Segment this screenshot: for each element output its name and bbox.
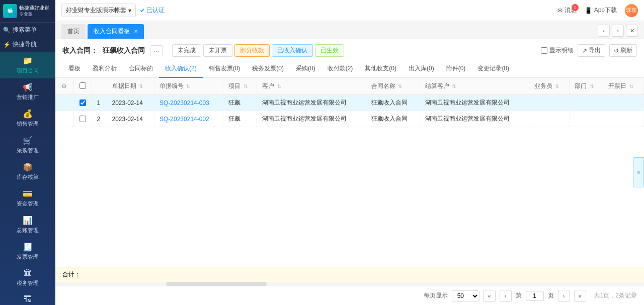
- right-action-button[interactable]: ≡: [633, 157, 644, 187]
- tab-sales-invoice[interactable]: 销售发票(0): [203, 60, 247, 78]
- export-icon: ↗: [582, 47, 587, 54]
- opendate-sort-icon[interactable]: ⇅: [629, 83, 633, 89]
- col-docno-header[interactable]: 单据编号 ⇅: [154, 78, 223, 95]
- tab-contract-board[interactable]: 收入合同看板 ✕: [88, 24, 144, 39]
- verified-badge: ✔ 已认证: [140, 6, 165, 15]
- row2-checkbox[interactable]: [73, 111, 92, 127]
- salesperson-sort-icon[interactable]: ⇅: [555, 83, 559, 89]
- status-incomplete[interactable]: 未完成: [172, 44, 201, 57]
- row2-checkbox-input[interactable]: [79, 116, 86, 122]
- first-page-btn[interactable]: «: [484, 290, 496, 302]
- page-size-select[interactable]: 50 100 200: [452, 290, 479, 301]
- tab-payment[interactable]: 收付款(2): [321, 60, 359, 78]
- general-icon: 📊: [23, 216, 33, 225]
- inventory-icon: 📦: [23, 162, 33, 172]
- settings-icon[interactable]: ⚙: [61, 83, 67, 90]
- tab-in-out-store[interactable]: 出入库(0): [403, 60, 440, 78]
- sidebar-item-purchase[interactable]: 🛒 采购管理: [0, 132, 55, 158]
- row1-checkbox-input[interactable]: [79, 99, 86, 106]
- chevron-down-icon: ▾: [128, 7, 131, 14]
- col-contract-header[interactable]: 合同名称 ⇅: [366, 78, 420, 95]
- date-sort-icon[interactable]: ⇅: [139, 83, 143, 89]
- sidebar-item-tax[interactable]: 🏛 税务管理: [0, 265, 55, 291]
- sidebar-item-project[interactable]: 📁 项目合同: [0, 52, 55, 78]
- contract-title: 狂飙收入合同: [103, 46, 145, 55]
- page-input[interactable]: [526, 291, 544, 301]
- dept-sort-icon[interactable]: ⇅: [590, 83, 594, 89]
- sidebar-item-invoice[interactable]: 🧾 发票管理: [0, 238, 55, 265]
- tab-other-income[interactable]: 其他收支(0): [359, 60, 403, 78]
- contract-sort-icon[interactable]: ⇅: [398, 83, 402, 89]
- detail-checkbox-input[interactable]: [541, 47, 547, 54]
- tab-contract-label: 收入合同看板: [94, 27, 130, 36]
- scroll-bar-container[interactable]: [55, 282, 644, 286]
- sidebar-item-funds[interactable]: 💳 资金管理: [0, 185, 55, 212]
- col-settlement-header[interactable]: 结算客户 ⇅: [420, 78, 529, 95]
- row1-checkbox[interactable]: [73, 95, 92, 111]
- col-project-header[interactable]: 项目 ⇅: [223, 78, 257, 95]
- row2-docno[interactable]: SQ-20230214-002: [154, 111, 223, 127]
- settlement-sort-icon[interactable]: ⇅: [452, 83, 456, 89]
- tab-income-confirm[interactable]: 收入确认(2): [159, 60, 203, 78]
- prev-page-btn[interactable]: ‹: [500, 290, 512, 302]
- docno-sort-icon[interactable]: ⇅: [186, 83, 190, 89]
- refresh-icon: ↺: [614, 47, 619, 54]
- sidebar-item-fixed-assets[interactable]: 🏗 固定资产: [0, 291, 55, 305]
- row1-docno-link[interactable]: SQ-20230214-003: [159, 99, 209, 107]
- status-effective[interactable]: 已生效: [315, 44, 344, 57]
- tab-change-log[interactable]: 变更记录(0): [471, 60, 515, 78]
- company-selector[interactable]: 好业财专业版演示帐套 ▾: [61, 4, 136, 17]
- tab-prev-btn[interactable]: ‹: [598, 25, 610, 37]
- more-button[interactable]: ···: [150, 45, 163, 56]
- topbar: 好业财专业版演示帐套 ▾ ✔ 已认证 ✉ 消息 1 📱 App下载 珠珠: [55, 0, 644, 21]
- tab-attachments[interactable]: 附件(0): [440, 60, 472, 78]
- sidebar-item-marketing[interactable]: 📢 营销推广: [0, 78, 55, 105]
- row1-docno[interactable]: SQ-20230214-003: [154, 95, 223, 111]
- customer-sort-icon[interactable]: ⇅: [277, 83, 281, 89]
- tab-kanban[interactable]: 看板: [62, 60, 87, 78]
- sidebar-search-label: 搜索菜单: [13, 26, 37, 34]
- row2-contract: 狂飙收入合同: [366, 111, 420, 127]
- sidebar-item-search[interactable]: 🔍 搜索菜单: [0, 23, 55, 37]
- col-opendate-header[interactable]: 开票日 ⇅: [603, 78, 644, 95]
- invoice-icon: 🧾: [23, 242, 33, 252]
- select-all-checkbox[interactable]: [79, 82, 86, 89]
- sidebar-item-sales[interactable]: 💰 销售管理: [0, 105, 55, 132]
- refresh-button[interactable]: ↺ 刷新: [609, 44, 637, 57]
- table-row[interactable]: 1 2023-02-14 SQ-20230214-003 狂飙 湖南卫视商业运营…: [55, 95, 644, 111]
- user-avatar[interactable]: 珠珠: [625, 4, 638, 17]
- table-row[interactable]: 2 2023-02-14 SQ-20230214-002 狂飙 湖南卫视商业运营…: [55, 111, 644, 127]
- sidebar-item-general[interactable]: 📊 总账管理: [0, 212, 55, 238]
- tab-close-btn[interactable]: ✕: [626, 25, 638, 37]
- col-salesperson-header[interactable]: 业务员 ⇅: [529, 78, 570, 95]
- show-detail-checkbox[interactable]: 显示明细: [541, 46, 574, 55]
- project-icon: 📁: [23, 56, 33, 65]
- status-partial-payment[interactable]: 部分收款: [234, 44, 270, 57]
- tab-tax-invoice[interactable]: 税务发票(0): [246, 60, 290, 78]
- scroll-bar-thumb[interactable]: [166, 282, 267, 286]
- export-button[interactable]: ↗ 导出: [578, 44, 605, 57]
- tab-home[interactable]: 首页: [61, 24, 86, 39]
- col-dept-header[interactable]: 部门 ⇅: [570, 78, 603, 95]
- project-sort-icon[interactable]: ⇅: [244, 83, 248, 89]
- tab-contract-standard[interactable]: 合同标的: [123, 60, 159, 78]
- row2-docno-link[interactable]: SQ-20230214-002: [159, 116, 209, 123]
- tab-close-icon[interactable]: ✕: [134, 29, 138, 34]
- sidebar-item-inventory[interactable]: 📦 库存核算: [0, 158, 55, 185]
- col-settings[interactable]: ⚙: [55, 78, 73, 95]
- last-page-btn[interactable]: »: [574, 290, 586, 302]
- status-confirmed[interactable]: 已收入确认: [272, 44, 313, 57]
- tab-profit[interactable]: 盈利分析: [87, 60, 123, 78]
- message-button[interactable]: ✉ 消息 1: [557, 6, 577, 15]
- tab-next-btn[interactable]: ›: [612, 25, 624, 37]
- col-date-header[interactable]: 单据日期 ⇅: [107, 78, 154, 95]
- logo-icon: 畅: [3, 4, 17, 18]
- sidebar-sales-label: 销售管理: [17, 120, 39, 128]
- right-action-bar: ≡: [633, 157, 644, 187]
- next-page-btn[interactable]: ›: [558, 290, 570, 302]
- tab-purchase[interactable]: 采购(0): [290, 60, 321, 78]
- col-customer-header[interactable]: 客户 ⇅: [257, 78, 366, 95]
- status-uninvoiced[interactable]: 未开票: [203, 44, 232, 57]
- app-download-button[interactable]: 📱 App下载: [585, 6, 617, 15]
- sidebar-item-quick-nav[interactable]: ⚡ 快捷导航: [0, 37, 55, 52]
